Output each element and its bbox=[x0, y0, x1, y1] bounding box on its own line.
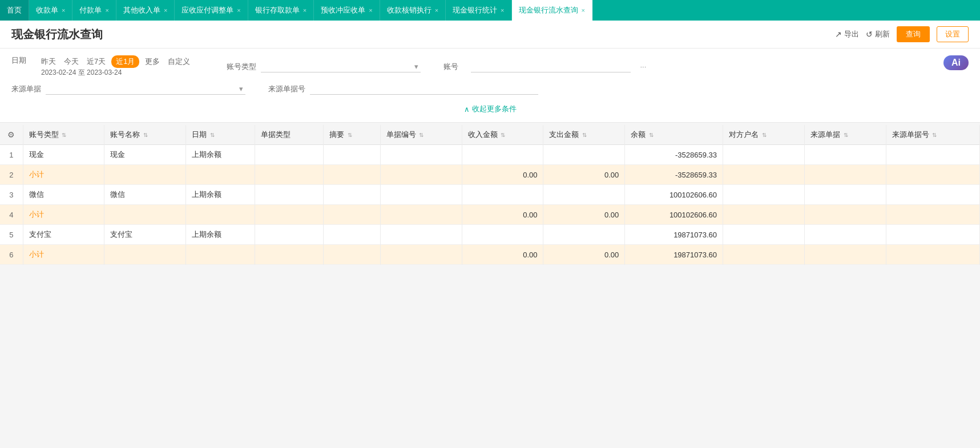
table-cell bbox=[323, 245, 380, 265]
table-cell bbox=[186, 205, 255, 225]
account-input[interactable] bbox=[471, 61, 631, 72]
table-cell: 2 bbox=[0, 165, 23, 185]
date-opt-1month[interactable]: 近1月 bbox=[111, 55, 139, 68]
close-icon[interactable]: × bbox=[62, 7, 65, 14]
table-cell bbox=[380, 225, 462, 245]
table-cell: -3528659.33 bbox=[625, 165, 723, 185]
col-expense[interactable]: 支出金额 ⇅ bbox=[543, 125, 625, 145]
date-opt-yesterday[interactable]: 昨天 bbox=[39, 55, 58, 68]
nav-tab-1[interactable]: 付款单 × bbox=[72, 0, 116, 21]
table-cell bbox=[804, 245, 886, 265]
source-doc-select[interactable]: ▾ bbox=[46, 83, 245, 95]
close-icon[interactable]: × bbox=[105, 7, 108, 14]
ai-badge[interactable]: Ai bbox=[943, 55, 969, 70]
table-cell bbox=[723, 225, 805, 245]
table-cell: -3528659.33 bbox=[625, 145, 723, 165]
close-icon[interactable]: × bbox=[435, 7, 438, 14]
sort-icon: ⇅ bbox=[143, 132, 148, 138]
table-cell: 100102606.60 bbox=[625, 185, 723, 205]
table-cell: 上期余额 bbox=[186, 145, 255, 165]
table-cell bbox=[543, 145, 625, 165]
table-cell: 现金 bbox=[104, 145, 186, 165]
table-cell: 4 bbox=[0, 205, 23, 225]
date-opt-more[interactable]: 更多 bbox=[143, 55, 162, 68]
table-cell: 6 bbox=[0, 245, 23, 265]
table-cell bbox=[804, 145, 886, 165]
col-source-doc[interactable]: 来源单据 ⇅ bbox=[804, 125, 886, 145]
date-filter: 日期 昨天 今天 近7天 近1月 更多 自定义 2023-02-24 至 202… bbox=[11, 55, 192, 78]
account-filter: 账号 ··· bbox=[443, 61, 646, 72]
col-gear[interactable]: ⚙ bbox=[0, 125, 23, 145]
collapse-bar[interactable]: ∧ 收起更多条件 bbox=[11, 100, 969, 115]
sort-icon: ⇅ bbox=[649, 132, 654, 138]
nav-tab-5[interactable]: 预收冲应收单 × bbox=[314, 0, 380, 21]
source-doc-no-label: 来源单据号 bbox=[268, 84, 305, 94]
close-icon[interactable]: × bbox=[369, 7, 372, 14]
table-cell bbox=[543, 225, 625, 245]
account-type-select[interactable]: ▾ bbox=[261, 61, 421, 72]
table-cell bbox=[255, 185, 323, 205]
nav-tab-8[interactable]: 现金银行流水查询 × bbox=[512, 0, 592, 21]
col-summary[interactable]: 摘要 ⇅ bbox=[323, 125, 380, 145]
table-row: 2小计0.000.00-3528659.33 bbox=[0, 165, 980, 185]
nav-tab-2[interactable]: 其他收入单 × bbox=[116, 0, 175, 21]
date-label: 日期 bbox=[11, 55, 34, 66]
date-opt-7days[interactable]: 近7天 bbox=[84, 55, 108, 68]
source-doc-filter: 来源单据 ▾ bbox=[11, 83, 245, 95]
col-source-doc-no[interactable]: 来源单据号 ⇅ bbox=[886, 125, 979, 145]
more-options-icon[interactable]: ··· bbox=[640, 62, 646, 71]
col-doc-no[interactable]: 单据编号 ⇅ bbox=[380, 125, 462, 145]
source-doc-label: 来源单据 bbox=[11, 84, 41, 94]
close-icon[interactable]: × bbox=[303, 7, 306, 14]
table-cell bbox=[323, 225, 380, 245]
date-options: 昨天 今天 近7天 近1月 更多 自定义 bbox=[39, 55, 192, 68]
col-counterparty[interactable]: 对方户名 ⇅ bbox=[723, 125, 805, 145]
export-button[interactable]: ↗ 导出 bbox=[835, 29, 859, 39]
nav-tab-6[interactable]: 收款核销执行 × bbox=[380, 0, 446, 21]
table-cell: 上期余额 bbox=[186, 185, 255, 205]
table-cell bbox=[723, 145, 805, 165]
col-date[interactable]: 日期 ⇅ bbox=[186, 125, 255, 145]
table-cell bbox=[886, 205, 979, 225]
table-cell bbox=[543, 185, 625, 205]
table-cell: 0.00 bbox=[543, 245, 625, 265]
col-account-name[interactable]: 账号名称 ⇅ bbox=[104, 125, 186, 145]
close-icon[interactable]: × bbox=[164, 7, 167, 14]
table-cell bbox=[255, 205, 323, 225]
nav-tab-7[interactable]: 现金银行统计 × bbox=[446, 0, 511, 21]
account-type-filter: 账号类型 ▾ bbox=[227, 61, 421, 72]
col-balance[interactable]: 余额 ⇅ bbox=[625, 125, 723, 145]
table-cell: 0.00 bbox=[462, 205, 543, 225]
nav-tab-0[interactable]: 收款单 × bbox=[29, 0, 72, 21]
table-cell: 支付宝 bbox=[23, 225, 104, 245]
col-account-type[interactable]: 账号类型 ⇅ bbox=[23, 125, 104, 145]
settings-button[interactable]: 设置 bbox=[937, 26, 969, 42]
date-opt-custom[interactable]: 自定义 bbox=[166, 55, 192, 68]
table-cell bbox=[804, 205, 886, 225]
table-cell bbox=[723, 165, 805, 185]
query-button[interactable]: 查询 bbox=[897, 26, 930, 42]
col-doc-type[interactable]: 单据类型 bbox=[255, 125, 323, 145]
table-cell bbox=[380, 245, 462, 265]
nav-tab-4[interactable]: 银行存取款单 × bbox=[248, 0, 314, 21]
table-cell bbox=[462, 185, 543, 205]
source-doc-no-input[interactable] bbox=[310, 83, 538, 95]
table-cell: 现金 bbox=[23, 145, 104, 165]
col-income[interactable]: 收入金额 ⇅ bbox=[462, 125, 543, 145]
table-cell bbox=[723, 185, 805, 205]
nav-home[interactable]: 首页 bbox=[0, 0, 29, 21]
table-cell bbox=[186, 245, 255, 265]
close-icon[interactable]: × bbox=[237, 7, 240, 14]
close-icon[interactable]: × bbox=[582, 7, 585, 14]
table-cell bbox=[323, 145, 380, 165]
date-opt-today[interactable]: 今天 bbox=[62, 55, 81, 68]
table-cell bbox=[886, 185, 979, 205]
sort-icon: ⇅ bbox=[844, 132, 848, 138]
close-icon[interactable]: × bbox=[501, 7, 504, 14]
table-cell bbox=[723, 245, 805, 265]
refresh-button[interactable]: ↺ 刷新 bbox=[866, 29, 890, 39]
table-cell bbox=[886, 245, 979, 265]
table-cell bbox=[104, 205, 186, 225]
nav-tab-3[interactable]: 应收应付调整单 × bbox=[175, 0, 248, 21]
page-title: 现金银行流水查询 bbox=[11, 27, 103, 42]
